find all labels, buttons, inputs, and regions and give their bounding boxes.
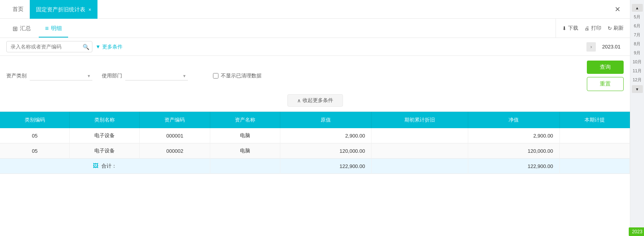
date-label: 2023.01 — [599, 44, 624, 50]
row1-category-code: 05 — [0, 128, 70, 143]
filter-row: 资产类别 ▼ 使用部门 ▼ — [6, 61, 624, 91]
sidebar-month-12[interactable]: 12月 — [633, 75, 642, 84]
asset-category-select-wrap: ▼ — [30, 71, 92, 80]
hide-cleared-checkbox[interactable] — [213, 73, 218, 79]
filter-actions: 查询 重置 — [587, 61, 624, 91]
total-net-value: 122,900.00 — [468, 159, 560, 174]
more-filter-button[interactable]: ▼ 更多条件 — [96, 43, 123, 50]
row2-asset-name: 电脑 — [210, 143, 280, 159]
down-arrow-icon: ▼ — [635, 87, 639, 91]
total-row: 🖼 合计： 122,900.00 122,900.00 — [0, 159, 630, 174]
total-icon: 🖼 — [93, 163, 98, 169]
print-label: 打印 — [591, 25, 601, 32]
row2-category-code: 05 — [0, 143, 70, 159]
query-button[interactable]: 查询 — [587, 61, 624, 74]
total-label-cell: 🖼 合计： — [0, 159, 210, 174]
up-arrow-icon: ▲ — [635, 6, 639, 10]
table-row: 05 电子设备 000002 电脑 120,000.00 120,000.00 — [0, 143, 630, 159]
total-label: 合计： — [101, 163, 117, 169]
print-icon: 🖨 — [584, 25, 590, 31]
col-net-value: 净值 — [468, 112, 560, 128]
detail-icon: ≡ — [45, 25, 49, 32]
hide-cleared-label: 不显示已清理数据 — [221, 72, 262, 79]
search-bar: 🔍 ▼ 更多条件 › 2023.01 — [0, 38, 630, 56]
collapse-icon: ∧ — [297, 98, 301, 104]
right-sidebar: ▲ 5月 6月 7月 8月 9月 10月 11月 12月 ▼ 2023 — [630, 0, 644, 236]
print-button[interactable]: 🖨 打印 — [584, 25, 601, 32]
row1-net-value: 2,900.00 — [468, 128, 560, 143]
collapse-label: 收起更多条件 — [303, 97, 333, 104]
col-category-code: 类别编码 — [0, 112, 70, 128]
col-category-name: 类别名称 — [70, 112, 140, 128]
search-input[interactable] — [6, 41, 92, 52]
department-field: 使用部门 ▼ — [102, 71, 188, 80]
table-container: 类别编码 类别名称 资产编码 资产名称 原值 期初累计折旧 净值 本期计提 05… — [0, 112, 630, 236]
row2-current-dep — [559, 143, 630, 159]
download-label: 下载 — [568, 25, 578, 32]
table-header-row: 类别编码 类别名称 资产编码 资产名称 原值 期初累计折旧 净值 本期计提 — [0, 112, 630, 128]
sidebar-month-8[interactable]: 8月 — [634, 39, 640, 48]
refresh-label: 刷新 — [613, 25, 624, 32]
tab-bar: ⊞ 汇总 ≡ 明细 — [0, 19, 556, 38]
tab-close-icon[interactable]: × — [88, 7, 91, 13]
filter-conditions: 资产类别 ▼ 使用部门 ▼ — [0, 56, 630, 112]
tab-title: 固定资产折旧统计表 — [36, 6, 85, 13]
sidebar-month-11[interactable]: 11月 — [633, 66, 642, 75]
date-prev-button[interactable]: › — [586, 42, 596, 52]
page-container: ⊞ 汇总 ≡ 明细 ⬇ 下载 🖨 打印 ↻ 刷 — [0, 19, 630, 236]
row1-original-value: 2,900.00 — [280, 128, 372, 143]
row2-category-name: 电子设备 — [70, 143, 140, 159]
row1-current-dep — [559, 128, 630, 143]
sidebar-nav-up[interactable]: ▲ — [632, 4, 643, 12]
search-input-wrap: 🔍 — [6, 41, 92, 52]
tab-summary-label: 汇总 — [20, 25, 31, 32]
row1-accumulated-dep — [372, 128, 468, 143]
nav-home[interactable]: 首页 — [6, 6, 30, 13]
asset-category-select[interactable] — [30, 71, 92, 80]
department-label: 使用部门 — [102, 72, 122, 79]
window-close-button[interactable]: ✕ — [611, 3, 624, 16]
row2-asset-code: 000002 — [140, 143, 210, 159]
summary-icon: ⊞ — [13, 25, 18, 32]
sidebar-month-6[interactable]: 6月 — [634, 21, 640, 30]
total-accumulated-dep — [372, 159, 468, 174]
asset-category-label: 资产类别 — [6, 72, 27, 79]
refresh-button[interactable]: ↻ 刷新 — [608, 25, 624, 32]
tab-detail[interactable]: ≡ 明细 — [39, 20, 68, 38]
col-accumulated-dep: 期初累计折旧 — [372, 112, 468, 128]
sidebar-year[interactable]: 2023 — [629, 227, 644, 236]
download-button[interactable]: ⬇ 下载 — [562, 25, 578, 32]
sidebar-month-10[interactable]: 10月 — [633, 57, 642, 66]
download-icon: ⬇ — [562, 25, 566, 31]
department-select[interactable] — [125, 71, 188, 80]
filter-label: 更多条件 — [102, 43, 123, 50]
sidebar-month-5[interactable]: 5月 — [634, 13, 640, 21]
department-select-wrap: ▼ — [125, 71, 188, 80]
refresh-icon: ↻ — [608, 25, 612, 31]
collapse-row: ∧ 收起更多条件 — [6, 94, 624, 108]
row2-net-value: 120,000.00 — [468, 143, 560, 159]
total-asset-name — [210, 159, 280, 174]
table-row: 05 电子设备 000001 电脑 2,900.00 2,900.00 — [0, 128, 630, 143]
reset-button[interactable]: 重置 — [587, 77, 624, 91]
toolbar: ⬇ 下载 🖨 打印 ↻ 刷新 — [556, 19, 630, 38]
col-asset-name: 资产名称 — [210, 112, 280, 128]
row1-asset-code: 000001 — [140, 128, 210, 143]
hide-cleared-wrap: 不显示已清理数据 — [213, 72, 262, 79]
filter-icon: ▼ — [96, 44, 101, 50]
row1-asset-name: 电脑 — [210, 128, 280, 143]
row2-original-value: 120,000.00 — [280, 143, 372, 159]
active-tab[interactable]: 固定资产折旧统计表 × — [30, 0, 97, 19]
tab-toolbar-row: ⊞ 汇总 ≡ 明细 ⬇ 下载 🖨 打印 ↻ 刷 — [0, 19, 630, 38]
row2-accumulated-dep — [372, 143, 468, 159]
top-nav: 首页 固定资产折旧统计表 × ✕ — [0, 0, 630, 19]
sidebar-month-9[interactable]: 9月 — [634, 48, 640, 57]
data-table: 类别编码 类别名称 资产编码 资产名称 原值 期初累计折旧 净值 本期计提 05… — [0, 112, 630, 174]
tab-summary[interactable]: ⊞ 汇总 — [6, 20, 37, 38]
sidebar-month-7[interactable]: 7月 — [634, 30, 640, 39]
row1-category-name: 电子设备 — [70, 128, 140, 143]
collapse-button[interactable]: ∧ 收起更多条件 — [287, 94, 343, 107]
sidebar-nav-down[interactable]: ▼ — [632, 85, 643, 93]
col-original-value: 原值 — [280, 112, 372, 128]
total-current-dep — [559, 159, 630, 174]
